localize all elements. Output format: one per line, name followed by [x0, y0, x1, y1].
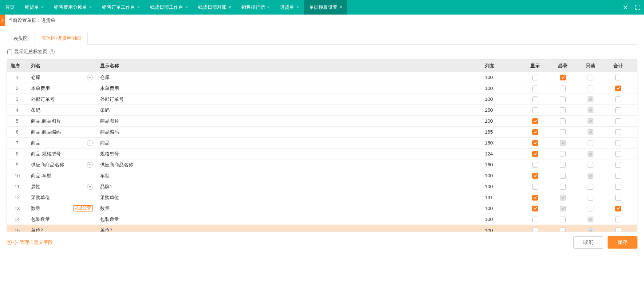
table-row[interactable]: 10商品.车型车型100 [7, 170, 637, 181]
checkbox[interactable] [532, 129, 538, 135]
checkbox[interactable] [532, 75, 538, 80]
table-row[interactable]: 13数量公式设置数量100 [7, 203, 637, 214]
checkbox[interactable] [615, 107, 621, 113]
add-child-button[interactable]: + [87, 184, 93, 190]
checkbox[interactable] [588, 217, 593, 222]
checkbox[interactable] [615, 184, 621, 190]
cell-width[interactable]: 131 [481, 195, 521, 200]
top-tab[interactable]: 销售排行榜× [236, 0, 275, 15]
checkbox[interactable] [532, 96, 538, 102]
checkbox[interactable] [532, 86, 538, 91]
top-tab[interactable]: 钱货日清工作台× [145, 0, 193, 15]
checkbox[interactable] [532, 217, 538, 222]
table-row[interactable]: 6商品.商品编码商品编码165 [7, 127, 637, 138]
checkbox[interactable] [560, 184, 566, 190]
checkbox[interactable] [588, 184, 593, 190]
add-child-button[interactable]: + [87, 162, 93, 168]
sub-tab[interactable]: 表体区-进货单明细 [35, 32, 88, 45]
cell-width[interactable]: 100 [481, 217, 521, 222]
tab-close-icon[interactable]: × [185, 5, 188, 10]
checkbox[interactable] [615, 118, 621, 124]
checkbox[interactable] [588, 107, 593, 113]
checkbox[interactable] [615, 86, 621, 91]
checkbox[interactable] [560, 206, 566, 211]
show-summary-checkbox[interactable] [7, 50, 12, 54]
table-row[interactable]: 12采购单位采购单位131 [7, 192, 637, 203]
checkbox[interactable] [560, 173, 566, 179]
tab-close-icon[interactable]: × [296, 5, 299, 10]
cell-width[interactable]: 100 [481, 228, 521, 232]
cell-width[interactable]: 124 [481, 151, 521, 157]
checkbox[interactable] [560, 107, 566, 113]
checkbox[interactable] [560, 151, 566, 157]
close-all-button[interactable] [619, 0, 632, 15]
help-icon[interactable]: ? [50, 49, 55, 54]
table-row[interactable]: 2本单费用本单费用100 [7, 83, 637, 94]
top-tab[interactable]: 销货单× [20, 0, 49, 15]
checkbox[interactable] [615, 96, 621, 102]
cell-display[interactable]: 车型 [96, 173, 481, 179]
table-row[interactable]: 1仓库+仓库100 [7, 72, 637, 83]
manage-custom-fields-link[interactable]: 管理自定义字段 [20, 239, 53, 246]
checkbox[interactable] [588, 227, 593, 231]
cell-display[interactable]: 商品 [96, 140, 481, 146]
table-row[interactable]: 9供应商商品名称+供应商商品名称160 [7, 159, 637, 170]
cell-width[interactable]: 100 [481, 86, 521, 91]
checkbox[interactable] [615, 217, 621, 222]
tab-close-icon[interactable]: × [41, 5, 44, 10]
checkbox[interactable] [588, 118, 593, 124]
checkbox[interactable] [588, 162, 593, 168]
checkbox[interactable] [615, 151, 621, 157]
checkbox[interactable] [588, 206, 593, 211]
checkbox[interactable] [532, 107, 538, 113]
cell-display[interactable]: 数量 [96, 205, 481, 212]
tab-close-icon[interactable]: × [267, 5, 270, 10]
tab-close-icon[interactable]: × [340, 5, 342, 10]
checkbox[interactable] [532, 140, 538, 146]
cell-display[interactable]: 商品图片 [96, 118, 481, 124]
cell-display[interactable]: 采购单位 [96, 194, 481, 201]
cell-display[interactable]: 供应商商品名称 [96, 162, 481, 168]
cell-width[interactable]: 100 [481, 75, 521, 80]
tab-close-icon[interactable]: × [89, 5, 92, 10]
checkbox[interactable] [560, 162, 566, 168]
checkbox[interactable] [560, 140, 566, 146]
collapse-handle[interactable] [0, 15, 5, 26]
checkbox[interactable] [615, 227, 621, 231]
top-tab[interactable]: 单据模板设置× [304, 0, 347, 15]
cell-width[interactable]: 100 [481, 184, 521, 189]
checkbox[interactable] [588, 86, 593, 91]
formula-tag[interactable]: 公式设置 [73, 205, 93, 211]
checkbox[interactable] [560, 227, 566, 231]
checkbox[interactable] [615, 206, 621, 211]
sub-tab[interactable]: 表头区 [7, 32, 35, 45]
checkbox[interactable] [615, 195, 621, 201]
cell-width[interactable]: 160 [481, 140, 521, 146]
checkbox[interactable] [588, 151, 593, 157]
checkbox[interactable] [615, 140, 621, 146]
checkbox[interactable] [560, 217, 566, 222]
checkbox[interactable] [532, 173, 538, 179]
add-child-button[interactable]: + [87, 75, 93, 80]
cell-display[interactable]: 外部订单号 [96, 96, 481, 103]
cancel-button[interactable]: 取消 [573, 236, 603, 249]
cell-display[interactable]: 单位2 [96, 227, 481, 231]
checkbox[interactable] [588, 129, 593, 135]
checkbox[interactable] [560, 96, 566, 102]
top-tab[interactable]: 钱货日清对账× [193, 0, 236, 15]
tab-close-icon[interactable]: × [137, 5, 140, 10]
checkbox[interactable] [532, 227, 538, 231]
cell-width[interactable]: 165 [481, 129, 521, 135]
checkbox[interactable] [615, 129, 621, 135]
top-tab[interactable]: 进货单× [275, 0, 304, 15]
table-row[interactable]: 15单位2单位2100 [7, 225, 637, 231]
checkbox[interactable] [560, 86, 566, 91]
checkbox[interactable] [615, 162, 621, 168]
cell-width[interactable]: 100 [481, 118, 521, 124]
cell-display[interactable]: 条码 [96, 107, 481, 114]
checkbox[interactable] [532, 195, 538, 201]
tab-close-icon[interactable]: × [229, 5, 231, 10]
checkbox[interactable] [615, 173, 621, 179]
cell-width[interactable]: 100 [481, 173, 521, 178]
table-row[interactable]: 5商品.商品图片商品图片100 [7, 116, 637, 127]
